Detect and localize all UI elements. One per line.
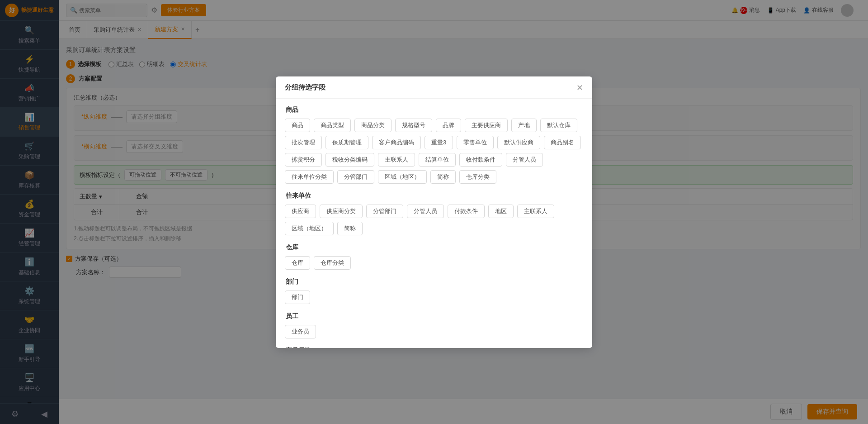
field-btn-0-9[interactable]: 保质期管理 bbox=[326, 136, 368, 149]
modal-header: 分组待选字段 ✕ bbox=[276, 76, 592, 99]
field-btn-1-1[interactable]: 供应商分类 bbox=[320, 205, 363, 218]
field-btn-0-24[interactable]: 简称 bbox=[430, 170, 456, 184]
modal-section-4: 员工业务员 bbox=[285, 312, 583, 338]
field-btn-1-0[interactable]: 供应商 bbox=[285, 205, 316, 218]
modal-overlay: 分组待选字段 ✕ 商品商品商品类型商品分类规格型号品牌主要供应商产地默认仓库批次… bbox=[0, 0, 868, 424]
field-btn-1-8[interactable]: 简称 bbox=[337, 222, 363, 235]
field-btn-0-1[interactable]: 商品类型 bbox=[314, 119, 351, 132]
modal-section-title-3: 部门 bbox=[285, 278, 583, 286]
field-btn-0-2[interactable]: 商品分类 bbox=[354, 119, 392, 132]
field-btn-0-12[interactable]: 零售单位 bbox=[457, 136, 494, 149]
field-grid-3: 部门 bbox=[285, 291, 583, 304]
field-btn-0-17[interactable]: 主联系人 bbox=[378, 153, 415, 167]
field-btn-0-10[interactable]: 客户商品编码 bbox=[372, 136, 421, 149]
field-grid-1: 供应商供应商分类分管部门分管人员付款条件地区主联系人区域（地区）简称 bbox=[285, 205, 583, 235]
field-btn-0-18[interactable]: 结算单位 bbox=[419, 153, 456, 167]
field-btn-1-7[interactable]: 区域（地区） bbox=[285, 222, 334, 235]
field-btn-0-23[interactable]: 区域（地区） bbox=[378, 170, 427, 184]
field-btn-0-22[interactable]: 分管部门 bbox=[337, 170, 374, 184]
modal-section-1: 往来单位供应商供应商分类分管部门分管人员付款条件地区主联系人区域（地区）简称 bbox=[285, 192, 583, 235]
field-btn-0-13[interactable]: 默认供应商 bbox=[497, 136, 540, 149]
field-btn-1-6[interactable]: 主联系人 bbox=[517, 205, 554, 218]
field-grid-4: 业务员 bbox=[285, 325, 583, 338]
field-btn-1-5[interactable]: 地区 bbox=[488, 205, 514, 218]
field-btn-0-21[interactable]: 往来单位分类 bbox=[285, 170, 334, 184]
modal-section-title-4: 员工 bbox=[285, 312, 583, 320]
field-btn-0-4[interactable]: 品牌 bbox=[436, 119, 461, 132]
modal-title: 分组待选字段 bbox=[285, 83, 326, 92]
field-btn-0-8[interactable]: 批次管理 bbox=[285, 136, 322, 149]
field-btn-0-7[interactable]: 默认仓库 bbox=[540, 119, 577, 132]
field-grid-0: 商品商品类型商品分类规格型号品牌主要供应商产地默认仓库批次管理保质期管理客户商品… bbox=[285, 119, 583, 184]
modal: 分组待选字段 ✕ 商品商品商品类型商品分类规格型号品牌主要供应商产地默认仓库批次… bbox=[276, 76, 592, 348]
field-btn-2-0[interactable]: 仓库 bbox=[285, 256, 310, 270]
field-btn-0-5[interactable]: 主要供应商 bbox=[465, 119, 508, 132]
field-btn-0-16[interactable]: 税收分类编码 bbox=[326, 153, 374, 167]
field-btn-0-20[interactable]: 分管人员 bbox=[506, 153, 543, 167]
field-btn-0-15[interactable]: 拣货积分 bbox=[285, 153, 322, 167]
modal-section-5: 商品属性属性颜色多规格尺码鞋码1 bbox=[285, 347, 583, 348]
field-btn-0-25[interactable]: 仓库分类 bbox=[459, 170, 496, 184]
field-btn-1-2[interactable]: 分管部门 bbox=[366, 205, 403, 218]
modal-body: 商品商品商品类型商品分类规格型号品牌主要供应商产地默认仓库批次管理保质期管理客户… bbox=[276, 99, 592, 348]
modal-section-title-1: 往来单位 bbox=[285, 192, 583, 200]
modal-section-title-2: 仓库 bbox=[285, 243, 583, 252]
modal-section-0: 商品商品商品类型商品分类规格型号品牌主要供应商产地默认仓库批次管理保质期管理客户… bbox=[285, 106, 583, 184]
field-btn-1-3[interactable]: 分管人员 bbox=[407, 205, 444, 218]
field-btn-0-11[interactable]: 重量3 bbox=[425, 136, 453, 149]
field-grid-2: 仓库仓库分类 bbox=[285, 256, 583, 270]
field-btn-0-19[interactable]: 收付款条件 bbox=[459, 153, 502, 167]
field-btn-1-4[interactable]: 付款条件 bbox=[448, 205, 485, 218]
modal-section-2: 仓库仓库仓库分类 bbox=[285, 243, 583, 270]
modal-close-button[interactable]: ✕ bbox=[576, 83, 583, 93]
modal-section-3: 部门部门 bbox=[285, 278, 583, 304]
field-btn-4-0[interactable]: 业务员 bbox=[285, 325, 316, 338]
modal-section-title-5: 商品属性 bbox=[285, 347, 583, 348]
field-btn-0-14[interactable]: 商品别名 bbox=[544, 136, 581, 149]
modal-section-title-0: 商品 bbox=[285, 106, 583, 114]
field-btn-3-0[interactable]: 部门 bbox=[285, 291, 310, 304]
field-btn-0-0[interactable]: 商品 bbox=[285, 119, 310, 132]
field-btn-0-3[interactable]: 规格型号 bbox=[395, 119, 432, 132]
field-btn-0-6[interactable]: 产地 bbox=[511, 119, 537, 132]
field-btn-2-1[interactable]: 仓库分类 bbox=[314, 256, 351, 270]
